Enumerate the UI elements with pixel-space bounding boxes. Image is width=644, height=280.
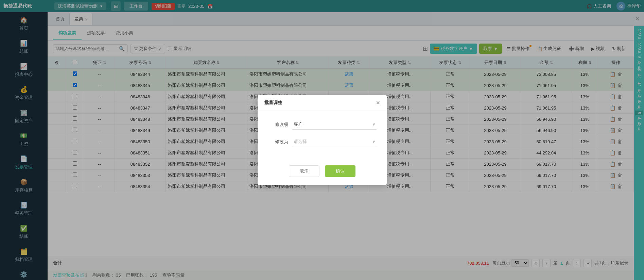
modify-field-value: 客户 bbox=[294, 121, 302, 127]
modify-to-select[interactable]: 请选择 ∨ bbox=[292, 136, 377, 147]
modal-footer: 取消 确认 bbox=[258, 162, 387, 185]
batch-adjust-modal: 批量调整 × 修改项 客户 ∨ 修改为 请选择 ∨ 取消 确认 bbox=[258, 95, 387, 185]
modify-field-row: 修改项 客户 ∨ bbox=[268, 119, 377, 130]
modify-to-placeholder: 请选择 bbox=[294, 138, 307, 145]
modal-close-btn[interactable]: × bbox=[376, 100, 380, 106]
modal-cancel-btn[interactable]: 取消 bbox=[289, 165, 319, 177]
modal-confirm-btn[interactable]: 确认 bbox=[325, 165, 355, 177]
modify-field-label: 修改项 bbox=[268, 121, 288, 128]
modify-to-row: 修改为 请选择 ∨ bbox=[268, 136, 377, 147]
modify-to-label: 修改为 bbox=[268, 139, 288, 145]
modify-field-select[interactable]: 客户 ∨ bbox=[292, 119, 377, 130]
modify-to-arrow: ∨ bbox=[372, 139, 375, 144]
modal-header: 批量调整 × bbox=[258, 95, 387, 111]
modify-field-arrow: ∨ bbox=[372, 122, 375, 127]
modal-title: 批量调整 bbox=[264, 100, 282, 106]
modal-overlay[interactable]: 批量调整 × 修改项 客户 ∨ 修改为 请选择 ∨ 取消 确认 bbox=[0, 0, 644, 280]
modal-body: 修改项 客户 ∨ 修改为 请选择 ∨ bbox=[258, 111, 387, 162]
